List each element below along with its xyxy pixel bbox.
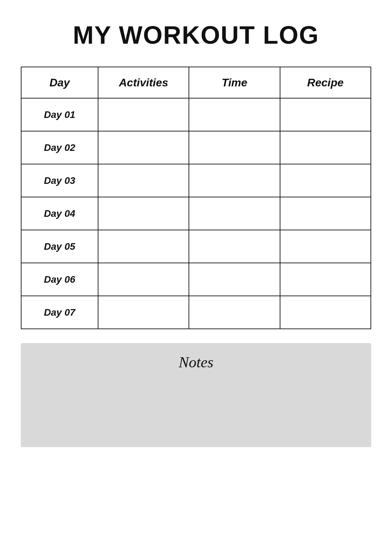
cell-time[interactable] bbox=[189, 296, 280, 329]
cell-recipe[interactable] bbox=[280, 230, 371, 263]
cell-time[interactable] bbox=[189, 263, 280, 296]
table-row: Day 07 bbox=[21, 296, 371, 329]
header-recipe: Recipe bbox=[280, 67, 371, 98]
cell-activities[interactable] bbox=[98, 98, 189, 131]
cell-recipe[interactable] bbox=[280, 263, 371, 296]
cell-day: Day 06 bbox=[21, 263, 98, 296]
table-header-row: Day Activities Time Recipe bbox=[21, 67, 371, 98]
cell-time[interactable] bbox=[189, 98, 280, 131]
cell-activities[interactable] bbox=[98, 263, 189, 296]
cell-recipe[interactable] bbox=[280, 131, 371, 164]
cell-day: Day 05 bbox=[21, 230, 98, 263]
notes-title: Notes bbox=[35, 353, 357, 371]
cell-day: Day 01 bbox=[21, 98, 98, 131]
table-row: Day 01 bbox=[21, 98, 371, 131]
header-day: Day bbox=[21, 67, 98, 98]
table-row: Day 05 bbox=[21, 230, 371, 263]
notes-section: Notes bbox=[21, 343, 371, 447]
cell-recipe[interactable] bbox=[280, 98, 371, 131]
header-time: Time bbox=[189, 67, 280, 98]
table-row: Day 02 bbox=[21, 131, 371, 164]
cell-recipe[interactable] bbox=[280, 197, 371, 230]
cell-activities[interactable] bbox=[98, 131, 189, 164]
cell-day: Day 03 bbox=[21, 164, 98, 197]
table-row: Day 04 bbox=[21, 197, 371, 230]
cell-activities[interactable] bbox=[98, 197, 189, 230]
cell-day: Day 07 bbox=[21, 296, 98, 329]
cell-recipe[interactable] bbox=[280, 296, 371, 329]
cell-activities[interactable] bbox=[98, 296, 189, 329]
header-activities: Activities bbox=[98, 67, 189, 98]
cell-day: Day 02 bbox=[21, 131, 98, 164]
cell-activities[interactable] bbox=[98, 230, 189, 263]
cell-recipe[interactable] bbox=[280, 164, 371, 197]
workout-table: Day Activities Time Recipe Day 01Day 02D… bbox=[21, 67, 371, 329]
page-title: MY WORKOUT LOG bbox=[73, 21, 319, 49]
cell-activities[interactable] bbox=[98, 164, 189, 197]
table-row: Day 06 bbox=[21, 263, 371, 296]
cell-day: Day 04 bbox=[21, 197, 98, 230]
cell-time[interactable] bbox=[189, 197, 280, 230]
cell-time[interactable] bbox=[189, 230, 280, 263]
cell-time[interactable] bbox=[189, 131, 280, 164]
table-row: Day 03 bbox=[21, 164, 371, 197]
cell-time[interactable] bbox=[189, 164, 280, 197]
